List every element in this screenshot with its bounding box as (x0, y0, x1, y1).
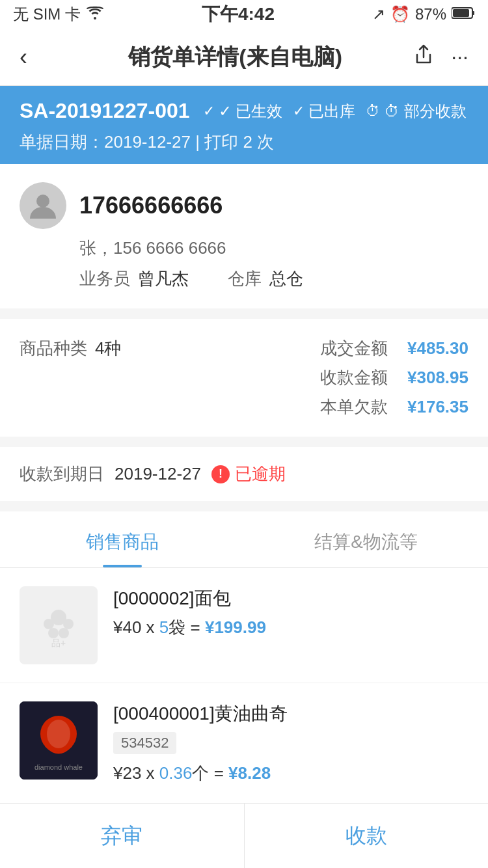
customer-meta: 业务员 曾凡杰 仓库 总仓 (20, 267, 468, 290)
product-thumbnail-2: diamond whale (20, 701, 98, 780)
overdue-text: 已逾期 (235, 463, 286, 485)
due-label: 收款到期日 (20, 463, 104, 485)
customer-id: 17666666666 (79, 192, 223, 219)
amount-section: 商品种类 4种 成交金额 ¥485.30 收款金额 ¥308.95 本单欠款 ¥… (0, 319, 488, 437)
product-list: 品+ [0000002]面包 ¥40 x 5袋 = ¥199.99 diamon… (0, 568, 488, 804)
location-icon: ↗ (372, 5, 385, 23)
customer-section: 17666666666 张，156 6666 6666 业务员 曾凡杰 仓库 总… (0, 164, 488, 308)
badge-partial-payment: ⏱ ⏱ 部分收款 (366, 101, 467, 122)
page-title: 销货单详情(来自电脑) (59, 42, 412, 72)
transaction-amount: 成交金额 ¥485.30 (320, 337, 468, 360)
alarm-icon: ⏰ (390, 5, 410, 23)
product-types: 商品种类 4种 (20, 337, 121, 360)
battery-text: 87% (415, 5, 446, 23)
svg-point-5 (44, 619, 54, 629)
customer-contact: 张，156 6666 6666 (20, 237, 468, 260)
svg-point-12 (47, 720, 70, 748)
tabs: 销售商品 结算&物流等 (0, 511, 488, 568)
product-price-2: ¥23 x 0.36个 = ¥8.28 (113, 762, 468, 785)
back-button[interactable]: ‹ (20, 44, 59, 71)
svg-text:diamond whale: diamond whale (34, 763, 83, 771)
customer-avatar (20, 182, 66, 229)
status-left: 无 SIM 卡 (13, 4, 104, 25)
svg-text:品+: 品+ (51, 638, 66, 648)
product-sku-2: 534532 (113, 732, 176, 754)
table-row: 品+ [0000002]面包 ¥40 x 5袋 = ¥199.99 (0, 568, 488, 683)
product-name-1: [0000002]面包 (113, 586, 468, 611)
svg-point-3 (36, 195, 49, 208)
order-date: 单据日期：2019-12-27 | 打印 2 次 (20, 131, 468, 154)
status-time: 下午4:42 (202, 2, 275, 27)
overdue-badge: ! 已逾期 (211, 463, 286, 485)
svg-point-7 (48, 628, 59, 638)
status-bar: 无 SIM 卡 下午4:42 ↗ ⏰ 87% (0, 0, 488, 29)
due-section: 收款到期日 2019-12-27 ! 已逾期 (0, 447, 488, 501)
wifi-icon (86, 5, 104, 23)
cancel-button[interactable]: 弃审 (0, 804, 245, 868)
tab-products[interactable]: 销售商品 (0, 511, 244, 567)
product-info-2: [000400001]黄油曲奇 534532 ¥23 x 0.36个 = ¥8.… (113, 701, 468, 785)
table-row: diamond whale [000400001]黄油曲奇 534532 ¥23… (0, 683, 488, 804)
badge-effective: ✓ ✓ 已生效 (203, 101, 283, 122)
product-thumbnail-1: 品+ (20, 586, 98, 664)
product-name-2: [000400001]黄油曲奇 (113, 701, 468, 726)
svg-point-8 (59, 628, 69, 638)
bottom-bar: 弃审 收款 (0, 803, 488, 868)
svg-rect-2 (453, 9, 469, 17)
order-header: SA-20191227-001 ✓ ✓ 已生效 ✓ 已出库 ⏱ ⏱ 部分收款 单… (0, 86, 488, 164)
amounts-right: 成交金额 ¥485.30 收款金额 ¥308.95 本单欠款 ¥176.35 (320, 337, 468, 418)
overdue-icon: ! (211, 465, 230, 483)
confirm-button[interactable]: 收款 (245, 804, 489, 868)
due-date-value: 2019-12-27 (115, 464, 201, 484)
svg-point-6 (63, 619, 74, 629)
product-info-1: [0000002]面包 ¥40 x 5袋 = ¥199.99 (113, 586, 468, 639)
svg-rect-1 (472, 11, 474, 15)
status-right: ↗ ⏰ 87% (372, 5, 475, 23)
nav-bar: ‹ 销货单详情(来自电脑) ··· (0, 29, 488, 86)
more-icon[interactable]: ··· (451, 45, 468, 69)
share-icon[interactable] (412, 43, 435, 72)
tab-section: 销售商品 结算&物流等 (0, 511, 488, 568)
status-badges: ✓ ✓ 已生效 ✓ 已出库 ⏱ ⏱ 部分收款 (203, 101, 467, 122)
tab-settlement[interactable]: 结算&物流等 (244, 511, 488, 567)
nav-actions: ··· (412, 43, 468, 72)
warehouse: 仓库 总仓 (228, 267, 303, 290)
carrier-text: 无 SIM 卡 (13, 4, 81, 25)
battery-icon (452, 5, 475, 23)
received-amount: 收款金额 ¥308.95 (320, 366, 468, 389)
badge-shipped: ✓ 已出库 (293, 101, 355, 122)
sales-person: 业务员 曾凡杰 (79, 267, 189, 290)
product-price-1: ¥40 x 5袋 = ¥199.99 (113, 616, 468, 639)
order-number: SA-20191227-001 (20, 99, 190, 123)
owed-amount: 本单欠款 ¥176.35 (320, 396, 468, 418)
